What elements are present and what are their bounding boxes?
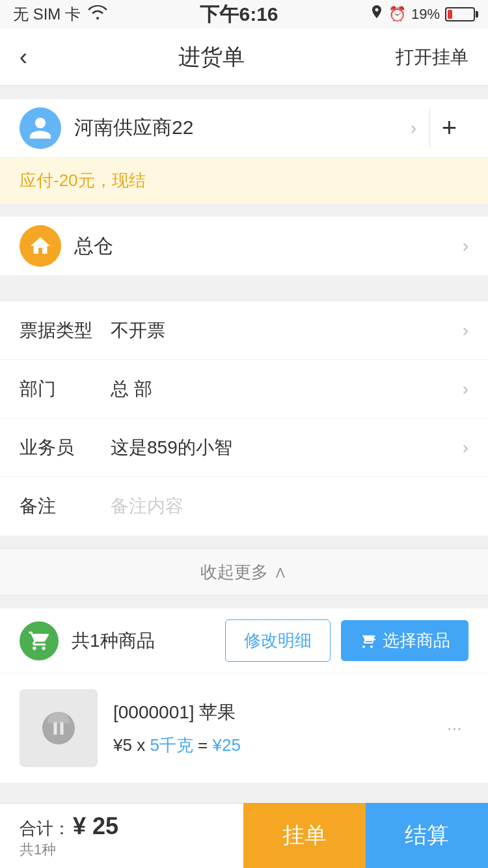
back-button[interactable]: ‹ bbox=[20, 44, 27, 71]
bottom-bar: 合计：¥ 25共1种 挂单 结算 bbox=[0, 803, 488, 868]
salesperson-row[interactable]: 业务员 这是859的小智 › bbox=[0, 418, 488, 477]
warehouse-chevron-icon: › bbox=[463, 236, 468, 256]
notice-bar: 应付-20元，现结 bbox=[0, 157, 488, 204]
warehouse-icon bbox=[20, 225, 61, 267]
open-pending-button[interactable]: 打开挂单 bbox=[396, 45, 468, 70]
remark-row[interactable]: 备注 备注内容 bbox=[0, 477, 488, 536]
select-product-button[interactable]: 选择商品 bbox=[341, 620, 468, 661]
invoice-type-chevron-icon: › bbox=[463, 320, 468, 341]
wifi-icon bbox=[87, 5, 108, 23]
location-icon bbox=[370, 5, 383, 23]
remark-placeholder: 备注内容 bbox=[111, 494, 468, 519]
products-header: 共1种商品 修改明细 选择商品 bbox=[0, 608, 488, 673]
invoice-type-label: 票据类型 bbox=[20, 318, 111, 343]
product-multiply-icon: x bbox=[137, 735, 150, 755]
collapse-bar[interactable]: 收起更多 ∧ bbox=[0, 549, 488, 595]
product-total: ¥25 bbox=[213, 735, 241, 755]
nav-bar: ‹ 进货单 打开挂单 bbox=[0, 29, 488, 86]
warehouse-row[interactable]: 总仓 › bbox=[0, 217, 488, 275]
invoice-type-row[interactable]: 票据类型 不开票 › bbox=[0, 301, 488, 360]
carrier-text: 无 SIM 卡 bbox=[13, 4, 81, 25]
status-bar: 无 SIM 卡 下午6:16 ⏰ 19% bbox=[0, 0, 488, 29]
department-row[interactable]: 部门 总 部 › bbox=[0, 360, 488, 418]
invoice-type-value: 不开票 bbox=[111, 318, 456, 343]
battery-percent: 19% bbox=[411, 6, 440, 23]
supplier-row[interactable]: 河南供应商22 › + bbox=[0, 99, 488, 157]
product-price: ¥5 x 5千克 = ¥25 bbox=[113, 734, 425, 757]
product-name-text: 苹果 bbox=[199, 702, 236, 722]
alarm-icon: ⏰ bbox=[388, 6, 406, 23]
products-count: 共1种商品 bbox=[72, 629, 225, 653]
warehouse-name: 总仓 bbox=[74, 233, 456, 260]
product-code: [0000001] bbox=[113, 702, 195, 722]
total-section: 合计：¥ 25共1种 bbox=[0, 803, 243, 868]
supplier-name: 河南供应商22 bbox=[74, 115, 404, 141]
product-equals-icon: = bbox=[198, 735, 212, 755]
warehouse-section: 总仓 › bbox=[0, 217, 488, 275]
product-name: [0000001] 苹果 bbox=[113, 700, 425, 725]
department-value: 总 部 bbox=[111, 377, 456, 401]
salesperson-label: 业务员 bbox=[20, 435, 111, 460]
salesperson-value: 这是859的小智 bbox=[111, 435, 456, 460]
page-title: 进货单 bbox=[178, 42, 245, 72]
select-product-label: 选择商品 bbox=[383, 629, 450, 652]
department-label: 部门 bbox=[20, 377, 111, 401]
product-info: [0000001] 苹果 ¥5 x 5千克 = ¥25 bbox=[113, 700, 425, 757]
products-icon bbox=[20, 621, 59, 660]
status-right: ⏰ 19% bbox=[370, 5, 475, 23]
status-left: 无 SIM 卡 bbox=[13, 4, 108, 25]
settle-button[interactable]: 结算 bbox=[366, 803, 488, 868]
battery-icon bbox=[445, 7, 475, 21]
divider-3 bbox=[0, 288, 488, 301]
department-chevron-icon: › bbox=[463, 379, 468, 400]
product-quantity: 5千克 bbox=[150, 735, 193, 755]
add-supplier-button[interactable]: + bbox=[429, 109, 468, 148]
pending-button[interactable]: 挂单 bbox=[243, 803, 366, 868]
product-thumbnail bbox=[20, 689, 98, 767]
product-item: [0000001] 苹果 ¥5 x 5千克 = ¥25 ··· bbox=[0, 673, 488, 783]
divider-2 bbox=[0, 204, 488, 217]
remark-label: 备注 bbox=[20, 494, 111, 519]
edit-detail-button[interactable]: 修改明细 bbox=[225, 619, 331, 662]
supplier-section: 河南供应商22 › + 应付-20元，现结 bbox=[0, 99, 488, 204]
supplier-avatar bbox=[20, 107, 61, 149]
product-more-button[interactable]: ··· bbox=[441, 711, 468, 745]
salesperson-chevron-icon: › bbox=[463, 437, 468, 458]
status-time: 下午6:16 bbox=[200, 1, 278, 28]
supplier-chevron-icon: › bbox=[411, 118, 416, 139]
product-unit-price: ¥5 bbox=[113, 735, 132, 755]
divider-1 bbox=[0, 86, 488, 99]
form-section: 票据类型 不开票 › 部门 总 部 › 业务员 这是859的小智 › 备注 备注… bbox=[0, 288, 488, 536]
